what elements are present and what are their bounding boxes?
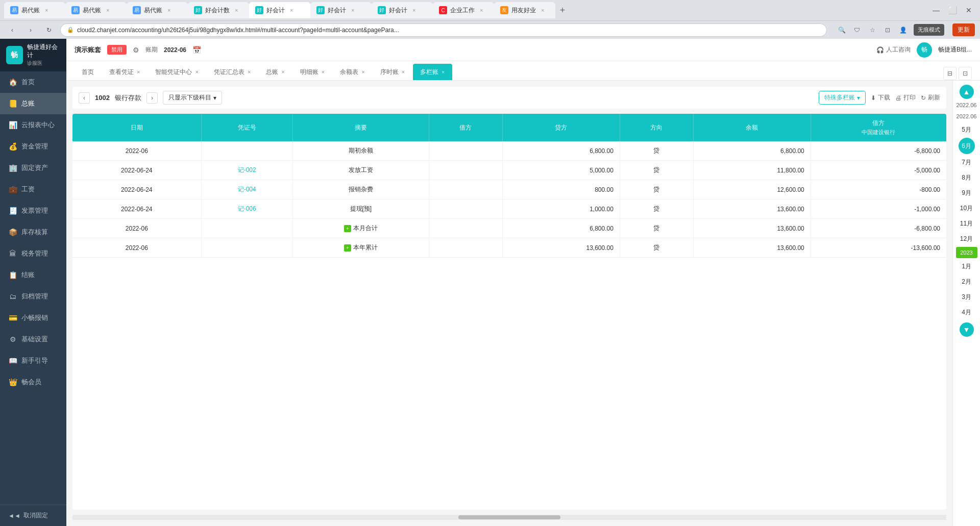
incognito-button[interactable]: 无痕模式 — [914, 24, 944, 36]
sidebar-item-close[interactable]: 📋 结账 — [0, 264, 66, 286]
date-month-feb[interactable]: 2月 — [956, 274, 977, 289]
tab-close-8[interactable]: × — [480, 7, 483, 13]
tab-voucher-summary[interactable]: 凭证汇总表 × — [207, 64, 258, 80]
tab-close-7[interactable]: × — [412, 7, 415, 13]
sidebar-item-reports[interactable]: 📊 云报表中心 — [0, 114, 66, 136]
voucher-link-002[interactable]: 记-002 — [238, 166, 256, 173]
tab-sequence-close[interactable]: × — [402, 69, 405, 75]
tab-sequence[interactable]: 序时账 × — [373, 64, 412, 80]
tab-yidaizhang-3[interactable]: 易 易代账 × — [127, 2, 188, 18]
tab-close-2[interactable]: × — [106, 7, 109, 13]
scroll-thumb[interactable] — [458, 515, 560, 519]
tab-home[interactable]: 首页 — [75, 64, 101, 80]
tab-close-6[interactable]: × — [351, 7, 354, 13]
date-month-may[interactable]: 5月 — [956, 122, 977, 137]
sidebar-item-settings[interactable]: ⚙ 基础设置 — [0, 329, 66, 350]
date-month-august[interactable]: 8月 — [956, 170, 977, 185]
date-month-apr[interactable]: 4月 — [956, 305, 977, 319]
star-icon[interactable]: ☆ — [866, 23, 879, 37]
maximize-button[interactable]: ⬜ — [945, 3, 960, 17]
next-account-button[interactable]: › — [146, 92, 158, 104]
back-button[interactable]: ‹ — [5, 23, 19, 37]
update-button[interactable]: 更新 — [952, 23, 975, 36]
tab-yidaizhang-2[interactable]: 易 易代账 × — [65, 2, 127, 18]
voucher-link-004[interactable]: 记-004 — [238, 186, 256, 193]
tab-close-3[interactable]: × — [167, 7, 170, 13]
tab-smart-voucher-close[interactable]: × — [195, 69, 198, 75]
tab-enterprise[interactable]: C 企业工作 × — [433, 2, 494, 18]
tab-haokuaijishu[interactable]: 好 好会计数 × — [188, 2, 249, 18]
date-year-2023-badge[interactable]: 2023 — [956, 247, 977, 258]
tab-smart-voucher[interactable]: 智能凭证中心 × — [148, 64, 205, 80]
expand-panel-button[interactable]: ⊡ — [959, 67, 972, 80]
special-multi-column-button[interactable]: 特殊多栏账 ▾ — [819, 91, 866, 105]
download-button[interactable]: ⬇ 下载 — [871, 93, 890, 102]
sidebar-item-invoice[interactable]: 🧾 发票管理 — [0, 200, 66, 221]
tab-close-4[interactable]: × — [235, 7, 238, 13]
sidebar-label-close: 结账 — [21, 270, 35, 280]
date-month-june[interactable]: 6月 — [959, 138, 975, 154]
tab-close-5[interactable]: × — [290, 7, 293, 13]
sidebar-item-tax[interactable]: 🏛 税务管理 — [0, 243, 66, 264]
tab-multi-column-close[interactable]: × — [442, 69, 445, 75]
tab-detail-ledger-close[interactable]: × — [322, 69, 325, 75]
minimize-button[interactable]: — — [929, 3, 943, 17]
date-month-july[interactable]: 7月 — [956, 155, 977, 169]
tab-multi-column[interactable]: 多栏账 × — [413, 64, 452, 80]
sidebar-item-funds[interactable]: 💰 资金管理 — [0, 136, 66, 157]
sidebar-item-member[interactable]: 👑 畅会员 — [0, 371, 66, 393]
search-icon[interactable]: 🔍 — [835, 23, 848, 37]
tab-detail-ledger[interactable]: 明细账 × — [293, 64, 332, 80]
sidebar-item-inventory[interactable]: 📦 库存核算 — [0, 221, 66, 243]
tab-general-ledger-close[interactable]: × — [281, 69, 284, 75]
tab-close-9[interactable]: × — [541, 7, 544, 13]
tab-yonyou[interactable]: 友 用友好业 × — [494, 2, 555, 18]
calendar-icon[interactable]: 📅 — [192, 46, 201, 54]
sidebar-item-fixed[interactable]: 🏢 固定资产 — [0, 157, 66, 179]
sidebar-item-salary[interactable]: 💼 工资 — [0, 179, 66, 200]
sidebar-item-home[interactable]: 🏠 首页 — [0, 71, 66, 93]
reload-button[interactable]: ↻ — [42, 23, 56, 37]
tab-view-voucher-close[interactable]: × — [137, 69, 140, 75]
tab-haokuaiji-7[interactable]: 好 好会计 × — [372, 2, 433, 18]
print-button[interactable]: 🖨 打印 — [895, 93, 916, 102]
tab-balance-close[interactable]: × — [361, 69, 364, 75]
date-month-jan[interactable]: 1月 — [956, 259, 977, 273]
date-month-september[interactable]: 9月 — [956, 186, 977, 200]
tab-haokuaiji-active[interactable]: 好 好会计 × — [249, 2, 310, 18]
shield-icon[interactable]: 🛡 — [850, 23, 864, 37]
account-settings-icon[interactable]: ⚙ — [133, 46, 139, 54]
sidebar-item-expense[interactable]: 💳 小畅报销 — [0, 307, 66, 329]
date-month-mar[interactable]: 3月 — [956, 290, 977, 304]
minimize-panel-button[interactable]: ⊟ — [943, 67, 957, 80]
new-tab-button[interactable]: + — [555, 3, 570, 17]
tab-yidaizhang-1[interactable]: 易 易代账 × — [4, 2, 65, 18]
tab-haokuaiji-6[interactable]: 好 好会计 × — [310, 2, 372, 18]
sidebar-item-guide[interactable]: 📖 新手引导 — [0, 350, 66, 371]
sidebar-item-archive[interactable]: 🗂 归档管理 — [0, 286, 66, 307]
date-scroll-up-button[interactable]: ▲ — [960, 85, 974, 99]
tab-view-voucher[interactable]: 查看凭证 × — [102, 64, 147, 80]
user-avatar[interactable]: 畅 — [917, 42, 932, 58]
prev-account-button[interactable]: ‹ — [79, 92, 90, 104]
sidebar-pin-button[interactable]: ◄◄ 取消固定 — [0, 505, 66, 526]
sidebar-item-ledger[interactable]: 📒 总账 — [0, 93, 66, 114]
forward-button[interactable]: › — [23, 23, 38, 37]
horizontal-scrollbar[interactable] — [72, 515, 946, 520]
close-browser-button[interactable]: ✕ — [962, 3, 976, 17]
filter-button[interactable]: 只显示下级科目 ▾ — [163, 91, 222, 105]
date-scroll-down-button[interactable]: ▼ — [960, 322, 974, 337]
voucher-link-006[interactable]: 记-006 — [238, 205, 256, 212]
refresh-button[interactable]: ↻ 刷新 — [921, 93, 940, 102]
address-input[interactable]: 🔒 cloud2.chanjet.com/accounting/uh26t264… — [60, 23, 827, 37]
date-month-october[interactable]: 10月 — [956, 201, 977, 215]
profile-icon[interactable]: 👤 — [896, 23, 910, 37]
date-month-december[interactable]: 12月 — [956, 232, 977, 246]
tab-voucher-summary-close[interactable]: × — [248, 69, 251, 75]
browser-panel-icon[interactable]: ⊡ — [881, 23, 894, 37]
customer-service-button[interactable]: 🎧 人工咨询 — [876, 45, 911, 54]
tab-general-ledger[interactable]: 总账 × — [259, 64, 291, 80]
tab-balance[interactable]: 余额表 × — [333, 64, 372, 80]
date-month-november[interactable]: 11月 — [956, 216, 977, 231]
tab-close-1[interactable]: × — [45, 7, 48, 13]
